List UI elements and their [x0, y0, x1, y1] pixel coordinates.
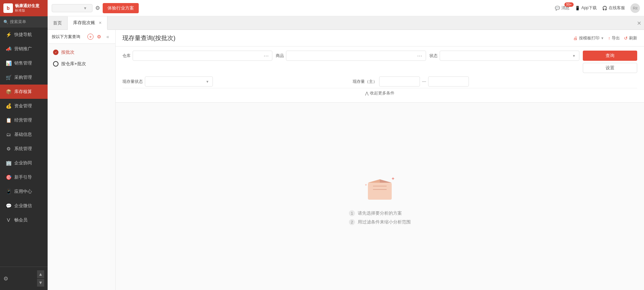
sidebar-scroll-down[interactable]: ▼: [37, 279, 44, 287]
brand-name: 畅康通好生意: [15, 3, 39, 8]
app-download-button[interactable]: 📱 App下载: [575, 5, 597, 11]
basic-icon: 🗂: [5, 131, 12, 138]
tab-close-icon[interactable]: ✕: [99, 21, 102, 25]
sidebar-item-label: 营销推广: [14, 46, 32, 52]
plan-inactive-icon: [53, 61, 58, 67]
collapse-more-button[interactable]: ⋀ 收起更多条件: [122, 88, 637, 98]
tab-home[interactable]: 首页: [48, 17, 68, 30]
purchase-icon: 🛒: [5, 74, 12, 80]
member-icon: V: [5, 217, 12, 223]
query-button[interactable]: 查询: [583, 51, 637, 61]
tab-inventory-batch-label: 库存批次账: [73, 20, 95, 26]
empty-hint-1: 1 请先选择要分析的方案: [349, 210, 411, 216]
sidebar-item-label: 畅会员: [14, 217, 28, 223]
sidebar-item-marketing[interactable]: 📣 营销推广: [0, 42, 48, 56]
message-button[interactable]: 💬 消息 99+: [555, 5, 570, 11]
tab-panel-close-icon[interactable]: ✕: [637, 20, 641, 26]
content-area: 按以下方案查询 + ⚙ « ✓ 按批次 按仓库+批次: [48, 30, 644, 290]
industry-btn[interactable]: 体验行业方案: [103, 3, 139, 13]
sidebar-item-label: 系统管理: [14, 146, 32, 152]
stock-qty-to[interactable]: [428, 76, 469, 87]
collapse-panel-icon[interactable]: «: [104, 33, 111, 40]
sidebar-item-basic[interactable]: 🗂 基础信息: [0, 127, 48, 142]
sidebar-item-purchase[interactable]: 🛒 采购管理: [0, 70, 48, 85]
inventory-icon: 📦: [5, 89, 12, 95]
svg-text:✦: ✦: [365, 183, 367, 187]
export-button[interactable]: ↑ 导出: [608, 35, 620, 41]
sidebar-item-newbie[interactable]: 🎯 新手引导: [0, 170, 48, 184]
sidebar-item-label: 基础信息: [14, 131, 32, 138]
main-area: ▼ ⚙ 体验行业方案 💬 消息 99+ 📱 App下载 🎧 在线客服 Rit: [48, 0, 644, 290]
export-label: 导出: [612, 35, 620, 41]
settings-button[interactable]: 设置: [583, 63, 637, 73]
sidebar-search[interactable]: 🔍 搜索菜单: [0, 16, 48, 28]
empty-hint-2: 2 用过滤条件来缩小分析范围: [349, 219, 411, 225]
marketing-icon: 📣: [5, 46, 12, 52]
export-icon: ↑: [608, 36, 611, 41]
add-plan-icon[interactable]: +: [87, 34, 94, 40]
sidebar-item-inventory[interactable]: 📦 库存核算: [0, 85, 48, 99]
search-icon: 🔍: [3, 20, 9, 24]
stock-status-dropdown[interactable]: ▼: [145, 76, 213, 87]
collapse-label: 收起更多条件: [370, 90, 394, 96]
print-button[interactable]: 🖨 按模板打印 ▼: [573, 35, 604, 41]
settings-plan-icon[interactable]: ⚙: [96, 33, 102, 40]
sidebar-item-operation[interactable]: 📋 经营管理: [0, 113, 48, 127]
status-dropdown[interactable]: ▼: [440, 51, 579, 61]
left-panel-actions: + ⚙ «: [87, 33, 111, 40]
sidebar-item-wechat[interactable]: 💬 企业微信: [0, 199, 48, 213]
svg-text:✦: ✦: [391, 176, 395, 181]
print-icon: 🖨: [573, 36, 578, 41]
settings-icon[interactable]: ⚙: [3, 275, 8, 282]
dropdown-icon[interactable]: ▼: [83, 6, 87, 10]
topbar-search-input[interactable]: [55, 6, 82, 11]
brand-sub: 标准版: [15, 8, 39, 13]
data-area: ✦ ✦ 1 请先选择要分析的方案 2 用过滤条件来缩小分析范围: [116, 103, 644, 290]
online-service-label: 在线客服: [609, 5, 625, 11]
sidebar-item-system[interactable]: ⚙ 系统管理: [0, 142, 48, 156]
goods-more-icon[interactable]: ···: [417, 53, 422, 59]
sales-icon: 📊: [5, 60, 12, 66]
user-avatar: Rit: [630, 3, 640, 13]
topbar: ▼ ⚙ 体验行业方案 💬 消息 99+ 📱 App下载 🎧 在线客服 Rit: [48, 0, 644, 16]
sidebar-nav: ⚡ 快捷导航 📣 营销推广 📊 销售管理 🛒 采购管理 📦 库存核算 💰 资金管…: [0, 28, 48, 267]
goods-label: 商品: [276, 53, 284, 59]
online-service-button[interactable]: 🎧 在线客服: [602, 5, 625, 11]
sidebar-item-member[interactable]: V 畅会员: [0, 213, 48, 227]
sidebar-item-sales[interactable]: 📊 销售管理: [0, 56, 48, 70]
sidebar-item-quick-nav[interactable]: ⚡ 快捷导航: [0, 28, 48, 42]
stock-qty-from[interactable]: [379, 76, 420, 87]
goods-input[interactable]: ···: [286, 51, 426, 61]
sidebar-scroll-up[interactable]: ▲: [37, 270, 44, 278]
sidebar-header: b 畅康通好生意 标准版: [0, 0, 48, 16]
filter-area: 仓库 ··· 商品 ··· 状态: [116, 47, 644, 103]
plan-item-by-warehouse-batch[interactable]: 按仓库+批次: [48, 58, 115, 70]
stock-qty-label: 现存量（主）: [353, 79, 377, 85]
sidebar-item-label: 应用中心: [14, 188, 32, 195]
plan-item-by-batch[interactable]: ✓ 按批次: [48, 47, 115, 58]
sidebar-item-label: 采购管理: [14, 74, 32, 80]
topbar-search-group[interactable]: ▼: [52, 4, 92, 12]
sidebar-item-finance[interactable]: 💰 资金管理: [0, 99, 48, 113]
tab-home-label: 首页: [53, 20, 62, 26]
sidebar-item-enterprise[interactable]: 🏢 企业协同: [0, 156, 48, 170]
sidebar-item-appstore[interactable]: 📱 应用中心: [0, 184, 48, 199]
refresh-button[interactable]: ↺ 刷新: [624, 35, 637, 41]
tab-inventory-batch[interactable]: 库存批次账 ✕: [68, 16, 107, 30]
finance-icon: 💰: [5, 103, 12, 109]
hint-text-2: 用过滤条件来缩小分析范围: [358, 219, 411, 225]
settings-gear-icon[interactable]: ⚙: [95, 5, 100, 11]
stock-status-label: 现存量状态: [122, 79, 143, 85]
chevron-up-icon: ⋀: [365, 91, 369, 96]
warehouse-input[interactable]: ···: [133, 51, 272, 61]
hint-num-1: 1: [349, 210, 355, 216]
page-header: 现存量查询(按批次) 🖨 按模板打印 ▼ ↑ 导出 ↺ 刷新: [116, 30, 644, 47]
sidebar-item-label: 经营管理: [14, 117, 32, 123]
topbar-left: ▼ ⚙ 体验行业方案: [52, 3, 552, 13]
user-profile-button[interactable]: Rit: [630, 3, 640, 13]
warehouse-more-icon[interactable]: ···: [264, 53, 269, 59]
refresh-icon: ↺: [624, 36, 628, 41]
appstore-icon: 📱: [5, 188, 12, 195]
sidebar-item-label: 新手引导: [14, 174, 32, 180]
print-dropdown-icon[interactable]: ▼: [601, 36, 604, 40]
